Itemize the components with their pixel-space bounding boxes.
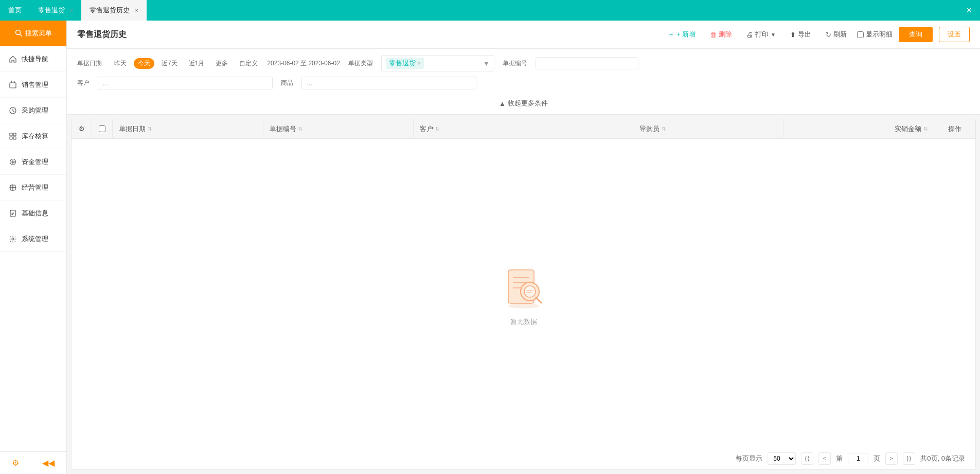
svg-line-23 <box>536 298 541 303</box>
tab-retail-return-history-close[interactable]: × <box>135 7 138 13</box>
th-amount-sort-icon[interactable]: ⇅ <box>923 126 928 132</box>
sidebar-item-inventory[interactable]: 库存核算 <box>0 123 66 149</box>
sidebar-item-sales-label: 销售管理 <box>22 80 48 89</box>
voucher-type-arrow-icon: ▼ <box>483 60 490 67</box>
select-all-checkbox[interactable] <box>99 125 105 132</box>
sidebar-item-quick-nav[interactable]: 快捷导航 <box>0 46 66 72</box>
show-detail-checkbox[interactable]: 显示明细 <box>857 30 893 39</box>
sidebar: 搜索菜单 快捷导航 销售管理 <box>0 21 67 474</box>
date-btn-more[interactable]: 更多 <box>211 58 232 69</box>
th-num-sort-icon[interactable]: ⇅ <box>298 126 302 132</box>
date-filters: 昨天 今天 近7天 近1月 更多 自定义 2023-06-02 至 2023-0… <box>110 58 340 69</box>
page-number-input[interactable] <box>848 453 868 464</box>
first-page-button[interactable]: ⟨⟨ <box>801 452 813 465</box>
voucher-type-tag-text: 零售退货 <box>389 59 416 68</box>
customer-select[interactable]: … <box>98 77 273 89</box>
th-date-label: 单据日期 <box>119 124 146 134</box>
sidebar-item-inventory-label: 库存核算 <box>22 132 48 141</box>
sidebar-search[interactable]: 搜索菜单 <box>0 21 66 46</box>
refresh-button[interactable]: ↻ 刷新 <box>822 28 851 41</box>
date-btn-7days[interactable]: 近7天 <box>157 58 182 69</box>
pagination-bar: 每页显示 50 10 20 100 ⟨⟨ ＜ 第 页 ＞ ⟩⟩ 共0页, 0条记… <box>72 447 975 469</box>
show-detail-input[interactable] <box>857 31 864 38</box>
th-customer-sort-icon[interactable]: ⇅ <box>435 126 439 132</box>
sidebar-nav: 快捷导航 销售管理 采购管理 <box>0 46 66 451</box>
th-amount: 实销金额 ⇅ <box>783 119 934 138</box>
sidebar-item-system-mgmt[interactable]: 系统管理 <box>0 226 66 252</box>
sidebar-item-basic-info-label: 基础信息 <box>22 209 48 218</box>
settings-gear-icon: ⚙ <box>79 125 85 133</box>
collapse-up-icon: ▲ <box>499 100 506 107</box>
sidebar-item-operations[interactable]: 经营管理 <box>0 175 66 200</box>
audio-icon[interactable]: ◀◀ <box>42 458 55 468</box>
sidebar-item-finance[interactable]: 资金管理 <box>0 149 66 175</box>
th-date-sort-icon[interactable]: ⇅ <box>148 126 152 132</box>
add-button[interactable]: ＋ + 新增 <box>664 28 700 41</box>
toolbar: ＋ + 新增 🗑 删除 🖨 打印 ▼ ⬆ 导出 ↻ <box>664 27 970 42</box>
export-label: 导出 <box>798 30 811 39</box>
refresh-label: 刷新 <box>833 30 847 39</box>
date-btn-yesterday[interactable]: 昨天 <box>110 58 131 69</box>
voucher-type-select[interactable]: 零售退货 × ▼ <box>381 55 494 71</box>
date-range-display: 2023-06-02 至 2023-06-02 <box>267 59 340 68</box>
print-button[interactable]: 🖨 打印 ▼ <box>742 28 780 41</box>
delete-icon: 🗑 <box>710 31 717 39</box>
date-btn-custom[interactable]: 自定义 <box>235 58 262 69</box>
voucher-num-input[interactable] <box>536 57 638 69</box>
goods-select[interactable]: … <box>301 77 476 89</box>
top-bar: 首页 零售退货 × 零售退货历史 × × <box>0 0 980 21</box>
th-checkbox[interactable] <box>92 119 113 138</box>
export-icon: ⬆ <box>790 31 796 39</box>
export-button[interactable]: ⬆ 导出 <box>786 28 815 41</box>
tab-retail-return-history-label: 零售退货历史 <box>90 6 130 15</box>
page-label: 第 <box>836 454 843 463</box>
empty-illustration <box>498 260 549 311</box>
th-guide-label: 导购员 <box>639 124 660 134</box>
date-btn-today[interactable]: 今天 <box>134 58 154 69</box>
settings-icon[interactable]: ⚙ <box>12 458 19 468</box>
next-page-button[interactable]: ＞ <box>885 452 898 465</box>
th-guide-sort-icon[interactable]: ⇅ <box>662 126 666 132</box>
sidebar-item-basic-info[interactable]: 基础信息 <box>0 200 66 226</box>
show-detail-label: 显示明细 <box>866 30 893 39</box>
th-amount-label: 实销金额 <box>895 124 921 134</box>
th-settings[interactable]: ⚙ <box>72 119 92 138</box>
sidebar-item-purchase-label: 采购管理 <box>22 106 48 115</box>
table-body: 暂无数据 <box>72 139 975 447</box>
page-size-select[interactable]: 50 10 20 100 <box>768 452 796 465</box>
add-icon: ＋ <box>668 30 674 39</box>
date-btn-1month[interactable]: 近1月 <box>185 58 209 69</box>
collapse-button[interactable]: ▲ 收起更多条件 <box>499 99 548 108</box>
svg-point-15 <box>508 303 539 308</box>
page-title: 零售退货历史 <box>77 29 127 40</box>
tab-home[interactable]: 首页 <box>0 0 30 21</box>
prev-page-button[interactable]: ＜ <box>818 452 831 465</box>
delete-button[interactable]: 🗑 删除 <box>706 28 736 41</box>
sidebar-item-operations-label: 经营管理 <box>22 183 48 192</box>
page-size-label: 每页显示 <box>736 454 762 463</box>
collapse-label: 收起更多条件 <box>508 99 548 108</box>
th-action: 操作 <box>934 119 975 138</box>
window-close-button[interactable]: × <box>958 5 980 16</box>
svg-point-14 <box>12 238 14 240</box>
tab-retail-return-close[interactable]: × <box>70 7 73 13</box>
query-button[interactable]: 查询 <box>899 27 933 42</box>
page-summary: 共0页, 0条记录 <box>920 454 965 463</box>
last-page-button[interactable]: ⟩⟩ <box>903 452 915 465</box>
th-customer-label: 客户 <box>420 124 433 134</box>
delete-label: 删除 <box>719 30 732 39</box>
sidebar-item-purchase-mgmt[interactable]: 采购管理 <box>0 98 66 123</box>
tab-retail-return[interactable]: 零售退货 × <box>30 0 81 21</box>
tab-retail-return-history[interactable]: 零售退货历史 × <box>81 0 146 21</box>
home-icon <box>8 54 17 64</box>
settings-button[interactable]: 设置 <box>939 27 970 42</box>
print-icon: 🖨 <box>746 31 753 39</box>
goods-filter-label: 商品 <box>281 79 293 87</box>
finance-icon <box>8 157 17 167</box>
voucher-type-label: 单据类型 <box>348 59 373 68</box>
sidebar-bottom: ⚙ ◀◀ <box>0 451 66 474</box>
sidebar-item-system-label: 系统管理 <box>22 234 48 244</box>
voucher-type-tag-close[interactable]: × <box>418 61 421 66</box>
empty-state: 暂无数据 <box>498 260 549 326</box>
sidebar-item-sales-mgmt[interactable]: 销售管理 <box>0 72 66 98</box>
